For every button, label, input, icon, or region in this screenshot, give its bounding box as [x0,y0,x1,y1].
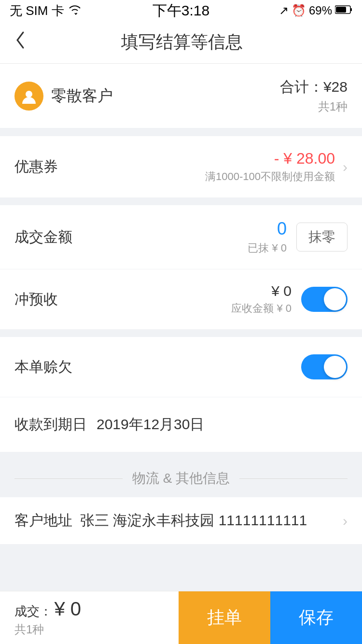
toggle-knob [324,288,346,310]
customer-name: 零散客户 [51,85,113,107]
customer-section: 零散客户 合计：¥28 共1种 [0,64,362,128]
logistics-line-right [239,478,348,479]
logistics-header: 物流 & 其他信息 [0,460,362,497]
prepay-row: 冲预收 ¥ 0 应收金额 ¥ 0 [0,269,362,329]
credit-toggle[interactable] [301,354,348,379]
address-value: 张三 海淀永丰科技园 11111111111 [80,511,335,531]
transaction-sub: 已抹 ¥ 0 [248,241,287,255]
coupon-row[interactable]: 优惠券 - ¥ 28.00 满1000-100不限制使用金额 › [0,136,362,197]
credit-toggle-knob [324,356,346,378]
transaction-row: 成交金额 0 已抹 ¥ 0 抹零 [0,205,362,269]
status-time: 下午3:18 [153,1,209,21]
prepay-amount: ¥ 0 [231,283,292,299]
transaction-value-block: 0 已抹 ¥ 0 [248,219,287,255]
location-icon: ↗ [279,4,289,17]
prepay-toggle[interactable] [301,287,348,312]
save-button[interactable]: 保存 [270,591,362,644]
prepay-sub: 应收金额 ¥ 0 [231,301,292,316]
coupon-desc: 满1000-100不限制使用金额 [205,169,335,184]
svg-point-3 [26,91,32,98]
customer-avatar [14,82,43,111]
prepay-value-block: ¥ 0 应收金额 ¥ 0 [231,283,292,316]
transaction-right: 0 已抹 ¥ 0 抹零 [248,219,348,255]
address-chevron-icon: › [343,513,348,529]
back-button[interactable] [14,30,26,54]
total-count: 共1种 [280,99,348,114]
customer-right: 合计：¥28 共1种 [280,77,348,114]
address-section: 客户地址 张三 海淀永丰科技园 11111111111 › [0,497,362,544]
total-amount: 合计：¥28 [280,77,348,97]
address-row[interactable]: 客户地址 张三 海淀永丰科技园 11111111111 › [0,497,362,544]
status-right: ↗ ⏰ 69% [279,4,352,17]
transaction-section: 成交金额 0 已抹 ¥ 0 抹零 冲预收 ¥ 0 应收金额 ¥ 0 [0,205,362,329]
hold-button[interactable]: 挂单 [179,591,270,644]
coupon-label: 优惠券 [14,157,58,177]
logistics-line-left [14,478,123,479]
credit-section: 本单赊欠 收款到期日 2019年12月30日 [0,337,362,452]
transaction-amount: 0 [248,219,287,239]
bottom-deal-amount: ¥ 0 [54,598,81,619]
address-label: 客户地址 [14,511,72,531]
customer-left: 零散客户 [14,82,113,111]
no-sim-text: 无 SIM 卡 [10,2,64,19]
status-bar: 无 SIM 卡 下午3:18 ↗ ⏰ 69% [0,0,362,21]
status-left: 无 SIM 卡 [10,2,82,19]
coupon-amount: - ¥ 28.00 [205,150,335,168]
credit-label: 本单赊欠 [14,357,72,377]
svg-rect-2 [336,7,346,13]
battery-percent: 69% [309,4,332,17]
coupon-right: - ¥ 28.00 满1000-100不限制使用金额 › [205,150,348,184]
coupon-chevron-icon: › [343,159,348,175]
main-content: 零散客户 合计：¥28 共1种 优惠券 - ¥ 28.00 满1000-100不… [0,64,362,644]
due-date-label: 收款到期日 [14,415,87,434]
bottom-count: 共1种 [14,622,164,637]
coupon-section: 优惠券 - ¥ 28.00 满1000-100不限制使用金额 › [0,136,362,197]
bottom-deal-row: 成交： ¥ 0 [14,598,164,620]
due-date-value: 2019年12月30日 [97,415,204,434]
svg-rect-1 [350,8,352,11]
bottom-bar: 成交： ¥ 0 共1种 挂单 保存 [0,591,362,644]
coupon-value-block: - ¥ 28.00 满1000-100不限制使用金额 [205,150,335,184]
bottom-deal-label: 成交： [14,604,52,618]
customer-row: 零散客户 合计：¥28 共1种 [0,64,362,128]
battery-icon [335,4,352,17]
due-date-row: 收款到期日 2019年12月30日 [0,397,362,452]
page-title: 填写结算等信息 [36,30,328,54]
logistics-label: 物流 & 其他信息 [132,469,230,488]
prepay-right: ¥ 0 应收金额 ¥ 0 [231,283,348,316]
transaction-label: 成交金额 [14,227,72,247]
round-off-button[interactable]: 抹零 [296,223,348,252]
credit-row: 本单赊欠 [0,337,362,397]
alarm-icon: ⏰ [292,4,306,17]
bottom-summary: 成交： ¥ 0 共1种 [0,598,179,637]
prepay-label: 冲预收 [14,290,58,309]
nav-bar: 填写结算等信息 [0,21,362,64]
wifi-icon [68,3,82,18]
